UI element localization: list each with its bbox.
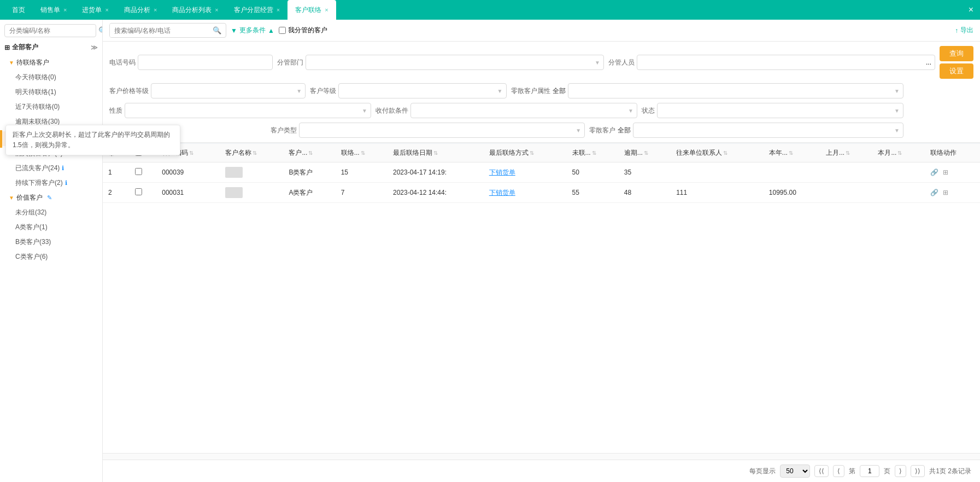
nav-item-analysis-list[interactable]: 商品分析列表 ×: [165, 0, 226, 20]
nav-close-purchase[interactable]: ×: [105, 7, 108, 13]
sidebar-item-ungroup[interactable]: 未分组(32): [0, 205, 102, 220]
th-type[interactable]: 客户...⇅: [283, 144, 335, 162]
td-checkbox-2[interactable]: [130, 183, 156, 203]
nav-close-analysis-list[interactable]: ×: [215, 7, 218, 13]
contact-icon-2[interactable]: 🔗: [930, 189, 938, 196]
my-customers-label: 我分管的客户: [288, 26, 327, 35]
status-select[interactable]: ▼: [657, 103, 903, 118]
th-this-month[interactable]: 本月...⇅: [872, 144, 924, 162]
sort-overdue-icon[interactable]: ⇅: [644, 150, 648, 156]
sort-last-date-icon[interactable]: ⇅: [433, 150, 438, 156]
nav-item-analysis[interactable]: 商品分析 ×: [116, 0, 165, 20]
sidebar-pending-header[interactable]: ▼ 待联络客户: [0, 55, 102, 70]
sidebar-item-7days[interactable]: 近7天待联络(0): [0, 100, 102, 114]
customer-level-select[interactable]: ▼: [338, 83, 506, 98]
sort-lmonth-icon[interactable]: ⇅: [846, 150, 850, 156]
phone-input[interactable]: [138, 55, 273, 70]
sidebar-all-customers[interactable]: ⊞ 全部客户 ≫: [0, 39, 102, 55]
td-last-method-2[interactable]: 下销货单: [484, 183, 567, 203]
sidebar-item-b-class[interactable]: B类客户(33): [0, 235, 102, 249]
export-icon: ↑: [955, 27, 958, 34]
page-suffix: 页: [884, 467, 890, 476]
row1-checkbox[interactable]: [135, 168, 142, 175]
sidebar-item-a-class[interactable]: A类客户(1): [0, 220, 102, 235]
main-search-icon[interactable]: 🔍: [208, 24, 226, 37]
per-page-select[interactable]: 50 100 200: [780, 464, 810, 478]
already-lost-info-icon[interactable]: ℹ: [62, 165, 64, 172]
td-code-1: 000039: [156, 162, 220, 183]
filter-icon: ▼: [231, 27, 237, 34]
nav-item-contact[interactable]: 客户联络 ×: [287, 0, 336, 20]
nav-item-home[interactable]: 首页: [4, 0, 33, 20]
td-checkbox-1[interactable]: [130, 162, 156, 183]
declining-info-icon[interactable]: ℹ: [65, 179, 67, 187]
sort-code-icon[interactable]: ⇅: [189, 150, 193, 156]
value-edit-icon[interactable]: ✎: [47, 194, 52, 201]
retail-select[interactable]: ▼: [633, 123, 903, 138]
td-overdue-2: 48: [619, 183, 671, 203]
retail-attr-select[interactable]: ▼: [568, 83, 904, 98]
close-all-button[interactable]: ×: [969, 5, 973, 15]
gender-select[interactable]: ▼: [125, 103, 371, 118]
nav-close-sales[interactable]: ×: [63, 7, 67, 13]
sidebar-item-already-lost[interactable]: 已流失客户(24) ℹ: [0, 161, 102, 176]
row2-checkbox[interactable]: [135, 188, 142, 195]
sort-year-icon[interactable]: ⇅: [789, 150, 793, 156]
sidebar-item-c-class[interactable]: C类客户(6): [0, 249, 102, 264]
sort-unit-icon[interactable]: ⇅: [723, 150, 727, 156]
nav-close-segmentation[interactable]: ×: [277, 7, 280, 13]
sidebar-item-declining[interactable]: 持续下滑客户(2) ℹ: [0, 176, 102, 190]
sort-type-icon[interactable]: ⇅: [308, 150, 313, 156]
sort-uncontact-icon[interactable]: ⇅: [592, 150, 596, 156]
nav-item-purchase[interactable]: 进货单 ×: [74, 0, 116, 20]
nav-item-sales[interactable]: 销售单 ×: [33, 0, 74, 20]
person-select[interactable]: ...: [637, 55, 935, 70]
qr-icon-2[interactable]: ⊞: [943, 189, 948, 196]
my-customers-checkbox[interactable]: [279, 27, 286, 34]
sort-name-icon[interactable]: ⇅: [253, 150, 257, 156]
customer-type-select[interactable]: ▼: [299, 123, 585, 138]
more-conditions-btn[interactable]: ▼ 更多条件 ▲: [231, 26, 274, 35]
prev-page-btn[interactable]: ⟨: [833, 465, 844, 477]
th-last-method[interactable]: 最后联络方式⇅: [484, 144, 567, 162]
sidebar-collapse-btn[interactable]: ≫: [91, 44, 98, 51]
export-button[interactable]: ↑ 导出: [955, 26, 973, 35]
nav-close-contact[interactable]: ×: [325, 7, 328, 13]
th-current-year[interactable]: 本年...⇅: [764, 144, 820, 162]
page-input[interactable]: [860, 465, 879, 477]
sort-tmonth-icon[interactable]: ⇅: [897, 150, 902, 156]
price-level-select[interactable]: ▼: [151, 83, 306, 98]
th-name[interactable]: 客户名称⇅: [220, 144, 283, 162]
dept-select[interactable]: ▼: [306, 55, 604, 70]
sidebar-search-icon[interactable]: 🔍: [98, 26, 103, 35]
first-page-btn[interactable]: ⟨⟨: [814, 465, 829, 477]
th-last-date[interactable]: 最后联络日期⇅: [388, 144, 484, 162]
filter-row-3: 性质 ▼ 收付款条件 ▼ 状态 ▼: [109, 103, 973, 118]
nav-close-analysis[interactable]: ×: [154, 7, 157, 13]
nav-item-segmentation[interactable]: 客户分层经营 ×: [226, 0, 287, 20]
contact-icon-1[interactable]: 🔗: [930, 169, 938, 176]
qr-icon-1[interactable]: ⊞: [943, 169, 948, 176]
td-last-method-1[interactable]: 下销货单: [484, 162, 567, 183]
sidebar-item-tomorrow[interactable]: 明天待联络(1): [0, 85, 102, 100]
query-button[interactable]: 查询: [940, 46, 973, 61]
th-unit-contact[interactable]: 往来单位联系人⇅: [671, 144, 764, 162]
last-page-btn[interactable]: ⟩⟩: [911, 465, 925, 477]
settings-button[interactable]: 设置: [940, 63, 973, 79]
next-page-btn[interactable]: ⟩: [895, 465, 906, 477]
main-search-input[interactable]: [110, 24, 208, 37]
th-overdue[interactable]: 逾期...⇅: [619, 144, 671, 162]
last-method-link-2[interactable]: 下销货单: [489, 189, 515, 196]
sidebar-item-today[interactable]: 今天待联络(0): [0, 70, 102, 85]
horizontal-scrollbar[interactable]: [103, 453, 980, 460]
sort-last-method-icon[interactable]: ⇅: [530, 150, 534, 156]
th-contact[interactable]: 联络...⇅: [336, 144, 388, 162]
my-customers-check[interactable]: 我分管的客户: [279, 26, 327, 35]
th-last-month[interactable]: 上月...⇅: [820, 144, 872, 162]
sort-contact-icon[interactable]: ⇅: [361, 150, 365, 156]
last-method-link-1[interactable]: 下销货单: [489, 169, 515, 176]
sidebar-search-input[interactable]: [4, 24, 96, 37]
th-uncontact[interactable]: 未联...⇅: [567, 144, 619, 162]
sidebar-value-header[interactable]: ▼ 价值客户 ✎: [0, 190, 102, 205]
payment-select[interactable]: ▼: [410, 103, 637, 118]
